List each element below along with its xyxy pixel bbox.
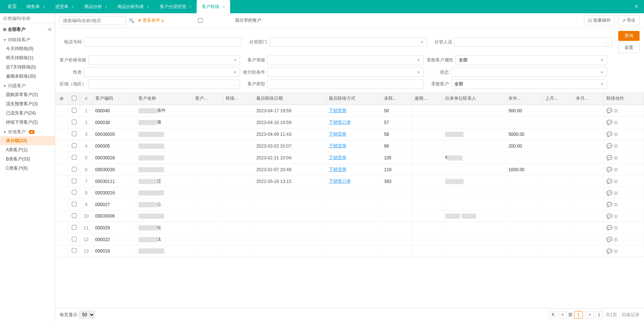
nature-select[interactable]: ▼ xyxy=(84,67,240,77)
grid-action-icon[interactable]: ⊞ xyxy=(614,237,618,242)
grid-action-icon[interactable]: ⊞ xyxy=(614,167,618,172)
chat-action-icon[interactable]: 💬 xyxy=(606,202,612,207)
phone-input[interactable] xyxy=(84,37,242,47)
tab-sales[interactable]: 销售单 × xyxy=(21,0,50,13)
row-checkbox[interactable] xyxy=(72,155,77,160)
row-checkbox[interactable] xyxy=(72,131,77,136)
reset-button[interactable]: 设置 xyxy=(618,42,640,53)
my-customers-checkbox[interactable] xyxy=(167,18,233,23)
price-level-select[interactable]: ▼ xyxy=(88,56,240,65)
chat-action-icon[interactable]: 💬 xyxy=(606,214,612,219)
contact-way-link[interactable]: 下销货单 xyxy=(329,155,346,160)
query-button[interactable]: 查询 xyxy=(618,31,640,41)
tab-customer-segment[interactable]: 客户分层经营 × xyxy=(155,0,197,13)
close-customer-segment-tab[interactable]: × xyxy=(189,4,191,9)
sidebar-item-churned[interactable]: 已流失客户(24) xyxy=(0,109,55,118)
sidebar-item-churn-warning[interactable]: 流失预警客户(3) xyxy=(0,99,55,109)
grid-action-icon[interactable]: ⊞ xyxy=(614,190,618,196)
sidebar-item-today-pending[interactable]: 今天待联络(0) xyxy=(0,44,55,53)
customer-level-select[interactable]: ▼ xyxy=(267,56,423,65)
chat-action-icon[interactable]: 💬 xyxy=(606,167,612,172)
contact-way-link[interactable]: 下销售订单 xyxy=(329,179,351,184)
next-page-button[interactable]: > xyxy=(586,311,594,318)
manager-input[interactable]: … xyxy=(454,37,612,47)
page-size-select[interactable]: 50 xyxy=(79,311,95,319)
problem-group-title[interactable]: ▼ 问题客户 xyxy=(0,81,55,90)
contact-way-link[interactable]: 下销售订单 xyxy=(329,120,351,125)
sidebar-item-abnormal[interactable]: 固购异常客户(2) xyxy=(0,90,55,99)
more-conditions-button[interactable]: ▼ 更多条件 ∧ xyxy=(137,17,164,24)
tab-product[interactable]: 商品分析 × xyxy=(79,0,112,13)
contact-way-link[interactable]: 下销货单 xyxy=(329,108,346,113)
row-checkbox[interactable] xyxy=(72,120,77,124)
contact-way-link[interactable]: 下销货单 xyxy=(329,143,346,148)
grid-action-icon[interactable]: ⊞ xyxy=(614,179,618,184)
tab-product-list[interactable]: 商品分析列表 × xyxy=(112,0,154,13)
retail-customer-select[interactable]: 全部 ▼ xyxy=(451,79,607,89)
row-checkbox[interactable] xyxy=(72,108,77,113)
last-page-button[interactable]: 1 xyxy=(595,311,603,318)
close-sales-tab[interactable]: × xyxy=(43,4,45,9)
sidebar-item-7days-pending[interactable]: 近7天待联络(0) xyxy=(0,63,55,72)
grid-action-icon[interactable]: ⊞ xyxy=(614,143,618,149)
close-customer-contact-tab[interactable]: × xyxy=(222,4,225,9)
collapse-icon[interactable]: ≪ xyxy=(47,27,52,32)
chat-action-icon[interactable]: 💬 xyxy=(606,237,612,242)
chat-action-icon[interactable]: 💬 xyxy=(606,248,612,254)
search-button[interactable]: 🔍 xyxy=(129,18,134,23)
sidebar-item-tomorrow-pending[interactable]: 明天待联络(1) xyxy=(0,53,55,63)
grid-action-icon[interactable]: ⊞ xyxy=(614,225,618,230)
sidebar-item-overdue-pending[interactable]: 逾期未联络(30) xyxy=(0,72,55,81)
chat-action-icon[interactable]: 💬 xyxy=(606,120,612,125)
chat-action-icon[interactable]: 💬 xyxy=(606,131,612,137)
grid-action-icon[interactable]: ⊞ xyxy=(614,131,618,137)
contact-way-link[interactable]: 下销货单 xyxy=(329,131,346,137)
row-checkbox[interactable] xyxy=(72,202,77,207)
sidebar-item-ungroup[interactable]: 未分组(32) xyxy=(0,136,55,145)
all-customers-header[interactable]: ⊞ 全部客户 ≪ xyxy=(0,24,55,35)
pending-group-title[interactable]: ▼ 待联络客户 xyxy=(0,35,55,44)
close-product-tab[interactable]: × xyxy=(105,4,107,9)
select-all-checkbox[interactable] xyxy=(72,96,77,100)
first-page-button[interactable]: K xyxy=(549,311,557,318)
sidebar-item-declining[interactable]: 持续下滑客户(2) xyxy=(0,118,55,127)
row-checkbox[interactable] xyxy=(72,143,77,148)
retail-attr-select[interactable]: 全部 ▼ xyxy=(455,55,607,65)
close-purchase-tab[interactable]: × xyxy=(71,4,74,9)
grid-action-icon[interactable]: ⊞ xyxy=(614,108,618,113)
search-input[interactable] xyxy=(60,16,126,25)
sidebar-item-class-c[interactable]: C类客户(6) xyxy=(0,164,55,173)
tab-purchase[interactable]: 进货单 × xyxy=(50,0,79,13)
chat-action-icon[interactable]: 💬 xyxy=(606,155,612,160)
tab-customer-contact[interactable]: 客户联络 × xyxy=(197,0,230,13)
home-tab[interactable]: 首页 xyxy=(3,3,21,10)
grid-action-icon[interactable]: ⊞ xyxy=(614,155,618,160)
payment-select[interactable]: ▼ xyxy=(267,67,423,77)
chat-action-icon[interactable]: 💬 xyxy=(606,179,612,184)
status-select[interactable]: ▼ xyxy=(451,67,607,77)
close-product-list-tab[interactable]: × xyxy=(147,4,149,9)
grid-action-icon[interactable]: ⊞ xyxy=(614,248,618,254)
row-checkbox[interactable] xyxy=(72,167,77,172)
close-all-button[interactable]: × xyxy=(632,3,641,10)
chat-action-icon[interactable]: 💬 xyxy=(606,190,612,196)
contact-way-link[interactable]: 下销货单 xyxy=(329,167,346,172)
row-checkbox[interactable] xyxy=(72,237,77,241)
grid-action-icon[interactable]: ⊞ xyxy=(614,214,618,219)
export-button[interactable]: ↗ 导出 xyxy=(618,15,640,25)
row-checkbox[interactable] xyxy=(72,190,77,195)
row-checkbox[interactable] xyxy=(72,225,77,230)
region-input[interactable]: … xyxy=(88,80,240,89)
chat-action-icon[interactable]: 💬 xyxy=(606,225,612,230)
sidebar-search-input[interactable] xyxy=(3,16,55,21)
value-group-title[interactable]: ▼ 价值客户 ● xyxy=(0,127,55,136)
prev-page-button[interactable]: < xyxy=(559,311,567,318)
row-checkbox[interactable] xyxy=(72,213,77,218)
row-checkbox[interactable] xyxy=(72,179,77,183)
grid-action-icon[interactable]: ⊞ xyxy=(614,202,618,207)
sidebar-item-class-a[interactable]: A类客户(1) xyxy=(0,145,55,155)
sidebar-item-class-b[interactable]: B类客户(33) xyxy=(0,155,55,164)
chat-action-icon[interactable]: 💬 xyxy=(606,108,612,113)
customer-type-input[interactable] xyxy=(267,80,423,89)
th-settings[interactable]: ⚙ xyxy=(55,92,68,105)
